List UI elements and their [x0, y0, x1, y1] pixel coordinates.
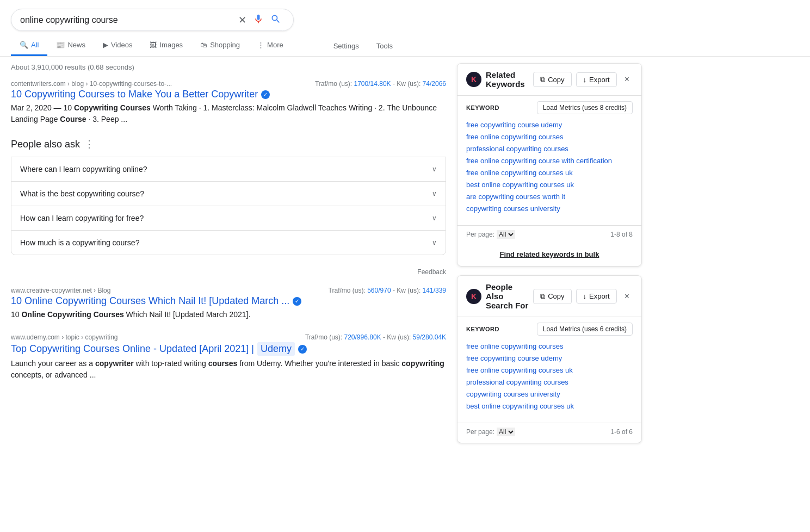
people-also-search-actions: ⧉ Copy ↓ Export × — [533, 289, 633, 304]
list-item: copywriting courses university — [466, 202, 633, 214]
people-also-search-header: K People Also Search For ⧉ Copy ↓ Export… — [457, 276, 641, 317]
pagination-2: 1-6 of 6 — [610, 428, 633, 436]
tab-shopping[interactable]: 🛍 Shopping — [191, 35, 249, 56]
kw-link-5[interactable]: free online copywriting courses uk — [466, 169, 573, 177]
people-also-search-body: KEYWORD Load Metrics (uses 6 credits) fr… — [457, 317, 641, 423]
find-related-section: Find related keywords in bulk — [457, 245, 641, 266]
verified-badge-3: ✓ — [298, 345, 307, 354]
paa-item-2[interactable]: What is the best copywriting course? ∨ — [11, 181, 446, 206]
kw-logo-1: K — [466, 72, 481, 87]
list-item: free copywriting course udemy — [466, 352, 633, 364]
per-page-select-2[interactable]: All 10 25 — [497, 428, 515, 436]
search-result-2: www.creative-copywriter.net › Blog Traf/… — [11, 287, 446, 320]
tools-link[interactable]: Tools — [368, 36, 401, 55]
people-also-search-footer: Per page: All 10 25 1-6 of 6 — [457, 423, 641, 443]
result-3-title[interactable]: Top Copywriting Courses Online - Updated… — [11, 342, 446, 356]
kw-logo-2: K — [466, 289, 481, 304]
clear-icon: ✕ — [238, 14, 246, 26]
load-metrics-button-2[interactable]: Load Metrics (uses 6 credits) — [537, 323, 633, 336]
paa-item-3[interactable]: How can I learn copywriting for free? ∨ — [11, 206, 446, 230]
people-also-search-col-header: KEYWORD Load Metrics (uses 6 credits) — [466, 323, 633, 336]
people-also-search-close-button[interactable]: × — [621, 290, 633, 302]
people-also-search-card: K People Also Search For ⧉ Copy ↓ Export… — [457, 275, 642, 443]
tab-all-label: All — [31, 41, 39, 49]
list-item: free online copywriting courses uk — [466, 364, 633, 376]
kw-link-2[interactable]: free online copywriting courses — [466, 133, 563, 141]
pas-link-3[interactable]: free online copywriting courses uk — [466, 366, 573, 374]
paa-options-icon[interactable]: ⋮ — [84, 138, 94, 150]
export-icon-1: ↓ — [583, 76, 587, 84]
list-item: copywriting courses university — [466, 388, 633, 400]
list-item: free copywriting course udemy — [466, 119, 633, 131]
paa-title: People also ask ⋮ — [11, 138, 446, 150]
feedback[interactable]: Feedback — [11, 268, 446, 276]
pas-link-2[interactable]: free copywriting course udemy — [466, 354, 562, 362]
search-input[interactable] — [20, 15, 235, 25]
search-result-1: contentwriters.com › blog › 10-copywriti… — [11, 80, 446, 125]
kw-link-3[interactable]: professional copywriting courses — [466, 145, 568, 153]
related-keywords-body: KEYWORD Load Metrics (uses 8 credits) fr… — [457, 96, 641, 225]
result-2-meta: www.creative-copywriter.net › Blog Traf/… — [11, 287, 446, 294]
tab-images-label: Images — [159, 41, 183, 49]
paa-item-4[interactable]: How much is a copywriting course? ∨ — [11, 230, 446, 255]
videos-icon: ▶ — [103, 41, 108, 49]
list-item: professional copywriting courses — [466, 376, 633, 388]
people-also-search-export-button[interactable]: ↓ Export — [576, 289, 617, 304]
pas-link-1[interactable]: free online copywriting courses — [466, 342, 563, 350]
results-count: About 3,910,000 results (0.68 seconds) — [11, 63, 446, 71]
kw-link-7[interactable]: are copywriting courses worth it — [466, 193, 565, 201]
kw-link-4[interactable]: free online copywriting course with cert… — [466, 157, 612, 165]
pas-link-6[interactable]: best online copywriting courses uk — [466, 402, 574, 410]
tab-images[interactable]: 🖼 Images — [141, 35, 191, 56]
clear-button[interactable]: ✕ — [235, 14, 250, 26]
people-also-search-copy-button[interactable]: ⧉ Copy — [533, 289, 571, 304]
result-2-url: www.creative-copywriter.net › Blog — [11, 287, 110, 294]
related-keywords-header: K Related Keywords ⧉ Copy ↓ Export × — [457, 64, 641, 96]
per-page-select-1[interactable]: All 10 25 — [497, 230, 515, 239]
related-keywords-export-button[interactable]: ↓ Export — [576, 72, 617, 87]
load-metrics-button-1[interactable]: Load Metrics (uses 8 credits) — [537, 101, 633, 114]
find-related-keywords-link[interactable]: Find related keywords in bulk — [500, 250, 599, 258]
copy-icon-1: ⧉ — [540, 75, 545, 84]
verified-badge-1: ✓ — [261, 90, 270, 99]
result-2-title[interactable]: 10 Online Copywriting Courses Which Nail… — [11, 295, 446, 307]
related-keywords-copy-button[interactable]: ⧉ Copy — [533, 72, 571, 87]
related-keywords-col-header: KEYWORD Load Metrics (uses 8 credits) — [466, 101, 633, 114]
close-icon-1: × — [624, 75, 629, 84]
list-item: free online copywriting course with cert… — [466, 154, 633, 166]
related-keywords-list: free copywriting course udemy free onlin… — [466, 119, 633, 214]
paa-item-1[interactable]: Where can I learn copywriting online? ∨ — [11, 157, 446, 181]
chevron-down-icon-2: ∨ — [432, 190, 437, 197]
list-item: best online copywriting courses uk — [466, 178, 633, 190]
search-button[interactable] — [267, 14, 285, 26]
result-1-title[interactable]: 10 Copywriting Courses to Make You a Bet… — [11, 89, 446, 100]
tab-more-label: More — [267, 41, 283, 49]
result-3-meta: www.udemy.com › topic › copywriting Traf… — [11, 333, 446, 341]
list-item: free online copywriting courses uk — [466, 166, 633, 178]
export-icon-2: ↓ — [583, 292, 587, 300]
related-keywords-footer: Per page: All 10 25 1-8 of 8 — [457, 225, 641, 245]
pas-link-5[interactable]: copywriting courses university — [466, 390, 560, 398]
tab-all[interactable]: 🔍 All — [11, 35, 47, 56]
tab-shopping-label: Shopping — [210, 41, 240, 49]
search-icon — [270, 14, 281, 26]
right-column: K Related Keywords ⧉ Copy ↓ Export × — [457, 63, 642, 443]
mic-button[interactable] — [250, 14, 267, 26]
tab-videos[interactable]: ▶ Videos — [94, 35, 141, 56]
search-bar: ✕ — [11, 9, 294, 31]
result-1-traf: Traf/mo (us): 1700/14.80K - Kw (us): 74/… — [315, 80, 446, 88]
tab-videos-label: Videos — [111, 41, 133, 49]
result-3-traf: Traf/mo (us): 720/996.80K - Kw (us): 59/… — [305, 333, 446, 341]
tab-more[interactable]: ⋮ More — [249, 35, 292, 56]
kw-link-1[interactable]: free copywriting course udemy — [466, 121, 562, 129]
pas-link-4[interactable]: professional copywriting courses — [466, 378, 568, 386]
settings-link[interactable]: Settings — [325, 36, 368, 55]
images-icon: 🖼 — [150, 41, 157, 49]
result-1-url: contentwriters.com › blog › 10-copywriti… — [11, 80, 172, 88]
search-result-3: www.udemy.com › topic › copywriting Traf… — [11, 333, 446, 381]
related-keywords-actions: ⧉ Copy ↓ Export × — [533, 72, 633, 87]
kw-link-8[interactable]: copywriting courses university — [466, 205, 560, 213]
related-keywords-close-button[interactable]: × — [621, 73, 633, 85]
kw-link-6[interactable]: best online copywriting courses uk — [466, 181, 574, 189]
tab-news[interactable]: 📰 News — [47, 35, 94, 56]
